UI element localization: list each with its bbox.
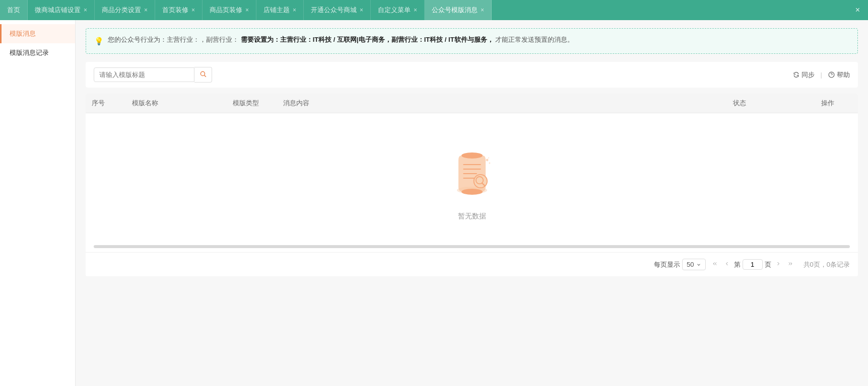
tab-weshop[interactable]: 微商城店铺设置×	[28, 0, 95, 20]
notice-prefix: 您的公众号行业为：主营行业：，副营行业：	[108, 36, 239, 43]
sidebar-item-template-record[interactable]: 模版消息记录	[0, 43, 75, 62]
global-close-button[interactable]: ×	[847, 6, 868, 15]
help-label: 帮助	[837, 70, 850, 80]
tab-home[interactable]: 首页	[0, 0, 28, 20]
col-status: 状态	[727, 94, 797, 113]
pagination: 每页显示 50	[86, 252, 858, 276]
notice-icon: 💡	[94, 35, 104, 47]
tab-close-homepage[interactable]: ×	[191, 7, 195, 14]
search-button[interactable]	[194, 67, 212, 83]
page-number-input[interactable]	[743, 259, 763, 270]
help-button[interactable]: 帮助	[828, 70, 850, 80]
data-table: 序号 模版名称 模版类型 消息内容 状态 操作	[86, 94, 858, 276]
svg-point-15	[489, 163, 490, 164]
horizontal-scrollbar[interactable]	[94, 245, 850, 248]
tab-close-theme[interactable]: ×	[293, 7, 296, 14]
svg-point-0	[201, 71, 205, 75]
search-right: 同步 | 帮助	[793, 70, 850, 80]
notice-box: 💡 您的公众号行业为：主营行业：，副营行业： 需要设置为：主营行业：IT科技 /…	[86, 28, 858, 54]
col-seq: 序号	[86, 94, 126, 113]
tab-close-mall[interactable]: ×	[360, 7, 363, 14]
page-navigation: 第 页	[710, 259, 795, 270]
empty-text: 暂无数据	[458, 212, 486, 221]
first-page-button[interactable]	[710, 260, 720, 269]
sidebar: 模版消息模版消息记录	[0, 20, 76, 386]
per-page-select[interactable]: 50	[682, 259, 705, 270]
per-page-label: 每页显示	[654, 260, 680, 269]
col-action: 操作	[797, 94, 858, 113]
page-size-control: 每页显示 50	[654, 259, 705, 270]
notice-suffix: 才能正常发送预置的消息。	[495, 36, 574, 43]
notice-highlight: 需要设置为：主营行业：IT科技 / 互联网|电子商务，副营行业：IT科技 / I…	[241, 36, 494, 43]
scroll-area	[86, 241, 858, 252]
col-type: 模版类型	[227, 94, 277, 113]
content-area: 💡 您的公众号行业为：主营行业：，副营行业： 需要设置为：主营行业：IT科技 /…	[76, 20, 868, 386]
tab-template[interactable]: 公众号模版消息×	[425, 0, 492, 20]
sidebar-item-template-msg[interactable]: 模版消息	[0, 24, 75, 43]
svg-point-14	[486, 159, 488, 162]
svg-point-16	[488, 158, 489, 159]
svg-point-6	[461, 189, 483, 195]
page-label-suffix: 页	[765, 260, 771, 269]
search-input[interactable]	[94, 67, 194, 82]
tab-theme[interactable]: 店铺主题×	[256, 0, 304, 20]
tab-close-menu[interactable]: ×	[414, 7, 417, 14]
tab-close-weshop[interactable]: ×	[84, 7, 87, 14]
empty-state: 暂无数据	[86, 113, 858, 241]
svg-point-5	[461, 152, 483, 159]
next-page-button[interactable]	[773, 260, 783, 269]
prev-page-button[interactable]	[722, 260, 732, 269]
tab-close-category[interactable]: ×	[144, 7, 148, 14]
tab-product[interactable]: 商品页装修×	[203, 0, 256, 20]
per-page-value: 50	[687, 261, 694, 268]
toolbar-divider: |	[821, 71, 822, 79]
page-total-text: 共0页，0条记录	[804, 260, 850, 269]
tab-menu[interactable]: 自定义菜单×	[371, 0, 425, 20]
table-header: 序号 模版名称 模版类型 消息内容 状态 操作	[86, 94, 858, 113]
page-label-prefix: 第	[734, 260, 741, 269]
col-name: 模版名称	[126, 94, 227, 113]
notice-text: 您的公众号行业为：主营行业：，副营行业： 需要设置为：主营行业：IT科技 / 互…	[108, 35, 574, 45]
last-page-button[interactable]	[785, 260, 795, 269]
tab-bar: 首页微商城店铺设置×商品分类设置×首页装修×商品页装修×店铺主题×开通公众号商城…	[0, 0, 868, 20]
col-content: 消息内容	[277, 94, 727, 113]
search-bar: 同步 | 帮助	[86, 62, 858, 88]
svg-line-1	[205, 75, 206, 77]
tab-mall[interactable]: 开通公众号商城×	[304, 0, 371, 20]
tab-close-product[interactable]: ×	[245, 7, 249, 14]
sync-button[interactable]: 同步	[793, 70, 815, 80]
tab-homepage[interactable]: 首页装修×	[155, 0, 203, 20]
search-left	[94, 67, 212, 83]
tab-category[interactable]: 商品分类设置×	[95, 0, 155, 20]
sync-label: 同步	[802, 70, 815, 80]
main-layout: 模版消息模版消息记录 💡 您的公众号行业为：主营行业：，副营行业： 需要设置为：…	[0, 20, 868, 386]
empty-illustration	[442, 143, 502, 204]
tab-close-template[interactable]: ×	[481, 7, 484, 14]
